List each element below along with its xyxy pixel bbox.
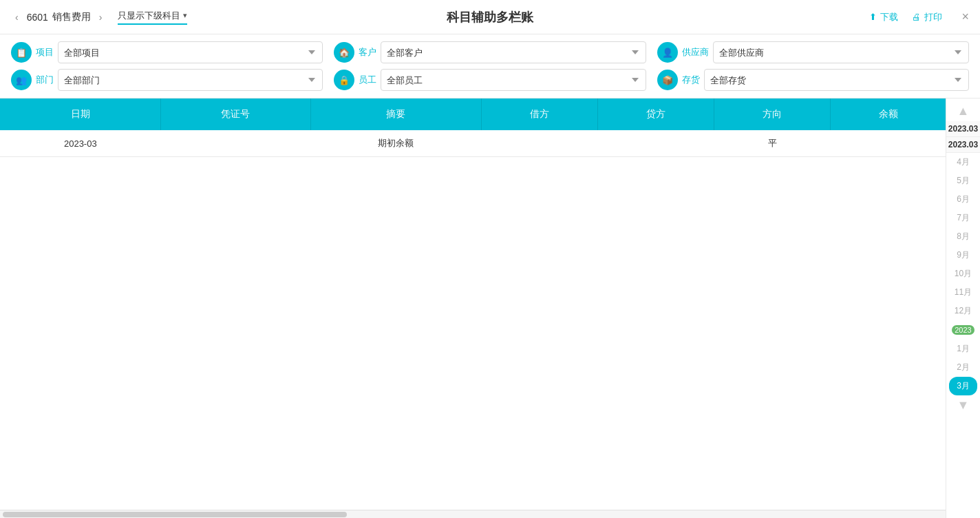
cell-balance — [831, 130, 946, 157]
sidebar-year-badge: 2023 — [946, 320, 980, 340]
sidebar-month-5[interactable]: 5月 — [946, 172, 980, 190]
show-sub-toggle[interactable]: 只显示下级科目 ▾ — [118, 10, 187, 25]
cell-voucher — [161, 130, 310, 157]
supplier-icon: 👤 — [657, 42, 678, 63]
th-debit: 借方 — [481, 99, 597, 130]
employee-select[interactable]: 全部员工 — [381, 69, 646, 91]
table-header-row: 日期 凭证号 摘要 借方 贷方 方向 余额 — [0, 99, 946, 130]
show-sub-label: 只显示下级科目 — [118, 10, 180, 22]
print-label: 打印 — [924, 11, 942, 23]
actions-area: ⬆ 下载 🖨 打印 × — [869, 10, 969, 24]
print-icon: 🖨 — [912, 12, 921, 22]
supplier-label: 供应商 — [682, 46, 709, 59]
sidebar-period-2023-03-sub[interactable]: 2023.03 — [946, 137, 980, 153]
filter-area: 📋 项目 全部项目 🏠 客户 全部客户 👤 供应商 全部供应商 — [0, 34, 980, 99]
print-button[interactable]: 🖨 打印 — [912, 11, 942, 23]
cell-summary: 期初余额 — [310, 130, 481, 157]
nav-prev-button[interactable]: ‹ — [11, 10, 23, 24]
account-name: 销售费用 — [52, 11, 91, 23]
horizontal-scrollbar[interactable] — [0, 510, 946, 518]
sidebar-month-11[interactable]: 11月 — [946, 283, 980, 302]
sidebar-month-1[interactable]: 1月 — [946, 340, 980, 358]
page-title: 科目辅助多栏账 — [447, 9, 533, 25]
cell-date: 2023-03 — [0, 130, 161, 157]
table-area: 日期 凭证号 摘要 借方 贷方 方向 余额 2023-03 — [0, 99, 946, 510]
sidebar-month-9[interactable]: 9月 — [946, 246, 980, 265]
year-label: 2023 — [952, 325, 974, 335]
cell-debit — [481, 130, 597, 157]
sidebar-month-2[interactable]: 2月 — [946, 358, 980, 377]
scrollbar-thumb[interactable] — [3, 512, 347, 517]
right-sidebar: ▲ 2023.03 2023.03 4月 5月 6月 7月 8月 9月 10月 … — [946, 99, 980, 518]
project-select[interactable]: 全部项目 — [58, 41, 323, 63]
nav-next-button[interactable]: › — [95, 10, 107, 24]
project-label: 项目 — [36, 46, 54, 59]
close-button[interactable]: × — [961, 10, 969, 24]
department-label: 部门 — [36, 74, 54, 86]
project-icon: 📋 — [11, 42, 32, 63]
filter-row-1: 📋 项目 全部项目 🏠 客户 全部客户 👤 供应商 全部供应商 — [11, 41, 969, 63]
sidebar-month-8[interactable]: 8月 — [946, 227, 980, 246]
inventory-select[interactable]: 全部存货 — [704, 69, 969, 91]
filter-row-2: 👥 部门 全部部门 🔒 员工 全部员工 📦 存货 全部存货 — [11, 69, 969, 91]
filter-item-customer: 🏠 客户 全部客户 — [334, 41, 646, 63]
sidebar-up-button[interactable]: ▲ — [946, 101, 980, 121]
inventory-icon: 📦 — [657, 70, 678, 90]
main-area: 日期 凭证号 摘要 借方 贷方 方向 余额 2023-03 — [0, 99, 980, 518]
cell-direction: 平 — [714, 130, 831, 157]
filter-item-inventory: 📦 存货 全部存货 — [657, 69, 969, 91]
sidebar-period-2023-03-top[interactable]: 2023.03 — [946, 121, 980, 137]
employee-label: 员工 — [359, 74, 376, 86]
sidebar-month-12[interactable]: 12月 — [946, 302, 980, 320]
customer-select[interactable]: 全部客户 — [381, 41, 646, 63]
sidebar-down-button[interactable]: ▼ — [946, 395, 980, 415]
sidebar-month-6[interactable]: 6月 — [946, 190, 980, 209]
filter-item-supplier: 👤 供应商 全部供应商 — [657, 41, 969, 63]
chevron-down-icon: ▾ — [183, 11, 187, 20]
th-balance: 余额 — [831, 99, 946, 130]
download-label: 下载 — [880, 11, 898, 23]
sidebar-month-10[interactable]: 10月 — [946, 265, 980, 283]
customer-icon: 🏠 — [334, 42, 354, 63]
inventory-label: 存货 — [682, 74, 700, 86]
cell-credit — [597, 130, 714, 157]
supplier-select[interactable]: 全部供应商 — [713, 41, 969, 63]
nav-area: ‹ 6601 销售费用 › — [11, 10, 107, 24]
filter-item-department: 👥 部门 全部部门 — [11, 69, 323, 91]
th-credit: 贷方 — [597, 99, 714, 130]
sidebar-month-7[interactable]: 7月 — [946, 209, 980, 227]
department-icon: 👥 — [11, 70, 32, 90]
table-row: 2023-03 期初余额 平 — [0, 130, 946, 157]
filter-item-employee: 🔒 员工 全部员工 — [334, 69, 646, 91]
title-bar: ‹ 6601 销售费用 › 只显示下级科目 ▾ 科目辅助多栏账 ⬆ 下载 🖨 打… — [0, 0, 980, 34]
download-icon: ⬆ — [869, 12, 877, 22]
th-date: 日期 — [0, 99, 161, 130]
employee-icon: 🔒 — [334, 70, 354, 90]
sidebar-month-3-active[interactable]: 3月 — [949, 377, 977, 395]
filter-item-project: 📋 项目 全部项目 — [11, 41, 323, 63]
download-button[interactable]: ⬆ 下载 — [869, 11, 898, 23]
department-select[interactable]: 全部部门 — [58, 69, 323, 91]
data-table: 日期 凭证号 摘要 借方 贷方 方向 余额 2023-03 — [0, 99, 946, 157]
sidebar-month-4[interactable]: 4月 — [946, 153, 980, 172]
th-voucher: 凭证号 — [161, 99, 310, 130]
th-summary: 摘要 — [310, 99, 481, 130]
account-code: 6601 — [27, 12, 48, 23]
th-direction: 方向 — [714, 99, 831, 130]
main-window: ‹ 6601 销售费用 › 只显示下级科目 ▾ 科目辅助多栏账 ⬆ 下载 🖨 打… — [0, 0, 980, 518]
customer-label: 客户 — [359, 46, 376, 59]
